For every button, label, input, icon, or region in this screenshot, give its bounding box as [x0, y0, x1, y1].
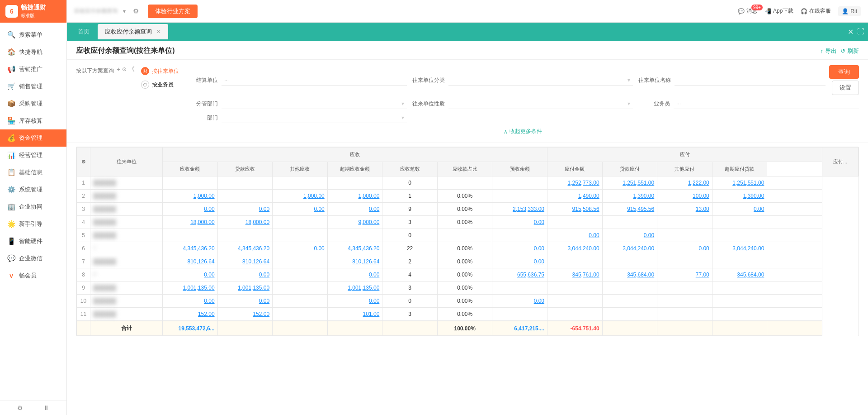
- collapse-scheme-btn[interactable]: 《: [128, 65, 135, 73]
- row-rec-amount[interactable]: 1,001,135.00: [163, 281, 218, 295]
- salesperson-select[interactable]: ···: [674, 99, 859, 109]
- settlement-unit-select[interactable]: ···: [222, 75, 407, 86]
- breadcrumb-dropdown-icon[interactable]: ▾: [123, 8, 126, 14]
- row-overdue-pay[interactable]: 1,390.00: [712, 190, 767, 203]
- refresh-button[interactable]: ↺ 刷新: [840, 47, 859, 55]
- row-pay-amount[interactable]: 1,490.00: [547, 190, 603, 203]
- row-overdue-rec[interactable]: 0.00: [327, 268, 382, 281]
- app-download-button[interactable]: 📲 App下载: [764, 7, 793, 15]
- row-pay-amount[interactable]: 0.00: [547, 229, 603, 242]
- row-prepaid[interactable]: 0.00: [492, 216, 547, 229]
- user-profile-button[interactable]: 👤 Rit: [838, 6, 861, 16]
- message-button[interactable]: 💬 消息 99+: [738, 7, 757, 15]
- summary-rec-amount[interactable]: 19,553,472,6...: [163, 321, 218, 336]
- edit-scheme-btn[interactable]: ⊙: [122, 66, 127, 72]
- row-overdue-pay[interactable]: 1,251,551.00: [712, 176, 767, 190]
- row-other-rec[interactable]: 0.00: [273, 203, 328, 216]
- row-overdue-rec[interactable]: 1,001,135.00: [327, 281, 382, 295]
- row-prepaid[interactable]: 0.00: [492, 295, 547, 308]
- sidebar-item-system[interactable]: ⚙️系统管理: [0, 181, 66, 198]
- row-other-pay[interactable]: 1,222.00: [657, 176, 712, 190]
- row-rec-amount[interactable]: 810,126.64: [163, 255, 218, 268]
- row-rec-amount[interactable]: 1,000.00: [163, 190, 218, 203]
- sidebar-item-enterprise[interactable]: 🏢企业协同: [0, 198, 66, 215]
- row-rec-amount[interactable]: 0.00: [163, 268, 218, 281]
- online-service-button[interactable]: 🎧 在线客服: [801, 7, 831, 15]
- scheme-by-staff[interactable]: ⏱ 按业务员: [137, 79, 183, 91]
- sidebar-item-guide[interactable]: 🌟新手引导: [0, 215, 66, 233]
- row-loan-rec[interactable]: 4,345,436.20: [217, 242, 273, 255]
- sidebar-item-wechat[interactable]: 💬企业微信: [0, 250, 66, 267]
- row-other-pay[interactable]: 77.00: [657, 268, 712, 281]
- row-loan-rec[interactable]: 18,000.00: [217, 216, 273, 229]
- row-overdue-pay[interactable]: 3,044,240.00: [712, 242, 767, 255]
- query-button[interactable]: 查询: [829, 65, 859, 79]
- col-settings[interactable]: ⚙: [77, 148, 90, 176]
- row-overdue-rec[interactable]: 1,000.00: [327, 190, 382, 203]
- row-loan-rec[interactable]: 152.00: [217, 308, 273, 321]
- row-other-rec[interactable]: 1,000.00: [273, 190, 328, 203]
- row-overdue-pay[interactable]: 0.00: [712, 203, 767, 216]
- sidebar-item-base[interactable]: 📋基础信息: [0, 164, 66, 181]
- tab-query[interactable]: 应收应付余额查询 ✕: [98, 24, 168, 39]
- row-loan-rec[interactable]: 0.00: [217, 268, 273, 281]
- partner-category-select[interactable]: ▾: [448, 75, 633, 86]
- row-overdue-rec[interactable]: 4,345,436.20: [327, 242, 382, 255]
- row-prepaid[interactable]: 2,153,333.00: [492, 203, 547, 216]
- department-select[interactable]: ▾: [222, 113, 407, 123]
- solution-button[interactable]: 体验行业方案: [148, 5, 198, 18]
- row-rec-amount[interactable]: 0.00: [163, 295, 218, 308]
- sidebar-item-search[interactable]: 🔍搜索菜单: [0, 26, 66, 43]
- partner-nature-select[interactable]: ▾: [448, 99, 633, 109]
- row-loan-pay[interactable]: 1,390.00: [602, 190, 657, 203]
- sidebar-item-marketing[interactable]: 📢营销推广: [0, 61, 66, 78]
- sidebar-item-hardware[interactable]: 📱智能硬件: [0, 233, 66, 250]
- add-scheme-btn[interactable]: +: [117, 66, 120, 73]
- sidebar-item-finance[interactable]: 💰资金管理: [0, 129, 66, 147]
- sidebar-item-quick[interactable]: 🏠快捷导航: [0, 43, 66, 61]
- sidebar-item-operation[interactable]: 📊经营管理: [0, 147, 66, 164]
- row-pay-amount[interactable]: 345,761.00: [547, 268, 603, 281]
- collapse-footer-btn[interactable]: ⏸: [43, 404, 49, 411]
- row-overdue-rec[interactable]: 0.00: [327, 203, 382, 216]
- tab-close-window-icon[interactable]: ✕: [848, 28, 854, 36]
- row-pay-amount[interactable]: 1,252,773.00: [547, 176, 603, 190]
- row-prepaid[interactable]: 655,636.75: [492, 268, 547, 281]
- row-rec-amount[interactable]: 4,345,436.20: [163, 242, 218, 255]
- summary-prepaid[interactable]: 6,417,215....: [492, 321, 547, 336]
- row-other-pay[interactable]: 100.00: [657, 190, 712, 203]
- sidebar-item-inventory[interactable]: 🏪库存核算: [0, 112, 66, 129]
- tab-home[interactable]: 首页: [71, 24, 97, 39]
- row-loan-pay[interactable]: 1,251,551.00: [602, 176, 657, 190]
- row-overdue-rec[interactable]: 101.00: [327, 308, 382, 321]
- row-rec-amount[interactable]: 0.00: [163, 203, 218, 216]
- settings-button[interactable]: 设置: [832, 81, 859, 95]
- sidebar-item-purchase[interactable]: 📦采购管理: [0, 95, 66, 112]
- row-loan-pay[interactable]: 3,044,240.00: [602, 242, 657, 255]
- row-overdue-pay[interactable]: 345,684.00: [712, 268, 767, 281]
- row-other-rec[interactable]: 0.00: [273, 242, 328, 255]
- scheme-by-partner[interactable]: 财 按往来单位: [137, 65, 183, 77]
- tab-expand-icon[interactable]: ⛶: [857, 28, 864, 36]
- partner-name-input[interactable]: [675, 75, 826, 86]
- row-rec-amount[interactable]: 18,000.00: [163, 216, 218, 229]
- row-other-pay[interactable]: 0.00: [657, 242, 712, 255]
- row-pay-amount[interactable]: 915,508.56: [547, 203, 603, 216]
- row-pay-amount[interactable]: 3,044,240.00: [547, 242, 603, 255]
- sidebar-item-sales[interactable]: 🛒销售管理: [0, 78, 66, 95]
- row-overdue-rec[interactable]: 9,000.00: [327, 216, 382, 229]
- row-loan-pay[interactable]: 915,495.56: [602, 203, 657, 216]
- row-overdue-rec[interactable]: 0.00: [327, 295, 382, 308]
- row-loan-rec[interactable]: 0.00: [217, 295, 273, 308]
- summary-pay-amount[interactable]: -654,751.40: [547, 321, 603, 336]
- dept-manager-select[interactable]: ▾: [222, 99, 407, 109]
- row-loan-rec[interactable]: 0.00: [217, 203, 273, 216]
- settings-footer-btn[interactable]: ⚙: [17, 404, 23, 411]
- row-loan-pay[interactable]: 0.00: [602, 229, 657, 242]
- row-prepaid[interactable]: 0.00: [492, 242, 547, 255]
- row-overdue-rec[interactable]: 810,126.64: [327, 255, 382, 268]
- topbar-gear-icon[interactable]: ⚙: [133, 7, 139, 15]
- row-rec-amount[interactable]: 152.00: [163, 308, 218, 321]
- row-loan-rec[interactable]: 810,126.64: [217, 255, 273, 268]
- sidebar-item-vip[interactable]: V畅会员: [0, 267, 66, 284]
